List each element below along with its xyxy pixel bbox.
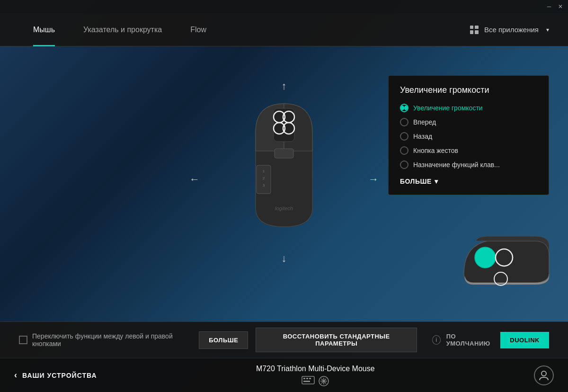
svg-text:2: 2: [263, 176, 265, 180]
swap-buttons-checkbox[interactable]: [19, 336, 27, 344]
nav-tabs: Мышь Указатель и прокрутка Flow: [19, 13, 470, 46]
tab-flow[interactable]: Flow: [176, 13, 221, 46]
radio-item-gesture[interactable]: Кнопка жестов: [400, 146, 537, 155]
radio-item-vol-up[interactable]: Увеличение громкости: [400, 104, 537, 112]
radio-label-keyboard: Назначение функций клав...: [413, 161, 500, 169]
svg-text:1: 1: [263, 169, 265, 173]
svg-rect-15: [303, 378, 305, 379]
radio-circle-forward: [400, 118, 408, 126]
mouse-diagram-container: ↑ ↓ ← →: [185, 75, 383, 293]
radio-circle-gesture: [400, 146, 408, 155]
svg-rect-14: [302, 376, 314, 384]
svg-rect-17: [309, 378, 311, 379]
svg-point-24: [541, 371, 546, 376]
tab-pointer[interactable]: Указатель и прокрутка: [69, 13, 176, 46]
svg-rect-16: [306, 378, 308, 379]
user-icon: [538, 370, 550, 381]
tab-mouse[interactable]: Мышь: [19, 13, 69, 46]
back-arrow-icon: ‹: [14, 370, 18, 380]
duolink-button[interactable]: DUOLINK: [500, 332, 549, 348]
content-area: ↑ ↓ ← →: [0, 46, 568, 321]
title-bar: ─ ✕: [0, 0, 568, 13]
main-content: ↑ ↓ ← →: [0, 46, 568, 358]
minimize-button[interactable]: ─: [545, 3, 553, 10]
bottom-controls: Переключить функции между левой и правой…: [0, 321, 568, 358]
svg-point-11: [475, 247, 496, 268]
more-settings-button[interactable]: БОЛЬШЕ: [199, 331, 248, 349]
radio-label-back: Назад: [413, 133, 432, 140]
nav-bar: Мышь Указатель и прокрутка Flow Все прил…: [0, 13, 568, 46]
svg-rect-10: [275, 149, 293, 158]
more-button[interactable]: БОЛЬШЕ ▾: [400, 178, 438, 185]
svg-rect-18: [303, 381, 310, 382]
chevron-down-icon[interactable]: ▾: [546, 27, 549, 33]
arrow-right-icon: →: [368, 173, 379, 186]
checkbox-label: Переключить функции между левой и правой…: [32, 332, 191, 347]
mouse-svg: 1 2 3 logitech: [237, 94, 331, 236]
arrow-down-icon: ↓: [282, 252, 287, 265]
asterisk-icon: [319, 376, 329, 386]
svg-text:3: 3: [263, 183, 265, 187]
svg-text:logitech: logitech: [275, 205, 293, 211]
radio-item-back[interactable]: Назад: [400, 132, 537, 141]
footer: ‹ ВАШИ УСТРОЙСТВА M720 Triathlon Multi-D…: [0, 358, 568, 392]
radio-list: Увеличение громкости Вперед Назад К: [400, 104, 537, 169]
popup-title: Увеличение громкости: [400, 85, 537, 95]
info-icon[interactable]: i: [432, 335, 441, 345]
default-label: ПО УМОЛЧАНИЮ: [446, 333, 495, 347]
chevron-icon: ▾: [435, 178, 438, 185]
restore-defaults-button[interactable]: ВОССТАНОВИТЬ СТАНДАРТНЫЕ ПАРАМЕТРЫ: [256, 328, 417, 352]
radio-label-vol-up: Увеличение громкости: [413, 104, 483, 112]
nav-right: Все приложения ▾: [470, 26, 549, 34]
popup-panel: Увеличение громкости Увеличение громкост…: [388, 75, 549, 195]
arrow-left-icon: ←: [189, 173, 200, 186]
default-section: i ПО УМОЛЧАНИЮ DUOLINK: [432, 332, 549, 348]
radio-item-forward[interactable]: Вперед: [400, 118, 537, 126]
keyboard-icon: [302, 376, 315, 384]
back-button[interactable]: ‹ ВАШИ УСТРОЙСТВА: [14, 370, 97, 380]
radio-circle-back: [400, 132, 408, 141]
app-window: ─ ✕ Мышь Указатель и прокрутка Flow Все …: [0, 0, 568, 392]
close-button[interactable]: ✕: [557, 3, 564, 10]
radio-circle-keyboard: [400, 160, 408, 169]
arrow-up-icon: ↑: [282, 80, 287, 92]
footer-center: M720 Triathlon Multi-Device Mouse: [97, 365, 534, 386]
apps-label[interactable]: Все приложения: [484, 26, 539, 34]
radio-item-keyboard[interactable]: Назначение функций клав...: [400, 160, 537, 169]
apps-grid-icon[interactable]: [470, 26, 479, 34]
radio-circle-vol-up: [400, 104, 408, 112]
mouse-side-view-svg: [450, 232, 554, 288]
device-name: M720 Triathlon Multi-Device Mouse: [256, 365, 375, 373]
checkbox-container: Переключить функции между левой и правой…: [19, 332, 191, 347]
radio-label-gesture: Кнопка жестов: [413, 147, 458, 154]
device-icons: [302, 376, 329, 386]
user-profile-button[interactable]: [534, 365, 554, 385]
radio-label-forward: Вперед: [413, 118, 436, 126]
